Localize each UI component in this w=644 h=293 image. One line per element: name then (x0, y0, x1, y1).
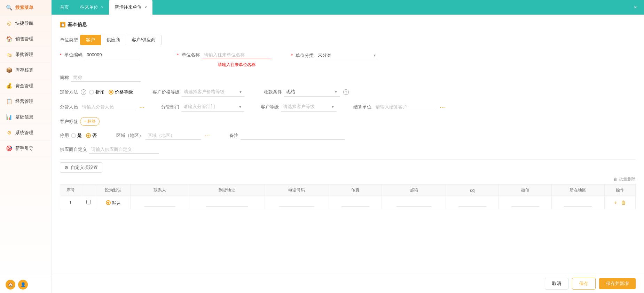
row-checkbox[interactable] (86, 200, 91, 204)
cell-email[interactable] (382, 196, 446, 209)
supplier-custom-label: 供应商自定义 (60, 146, 87, 153)
qq-input[interactable] (458, 198, 486, 207)
radio-disabled-yes[interactable]: 是 (71, 132, 82, 139)
settlement-unit-input[interactable] (374, 103, 436, 111)
sidebar-item-inventory[interactable]: 📦 库存核算 (0, 63, 51, 78)
supplier-custom-input[interactable] (89, 145, 159, 154)
row-add-button[interactable]: + (613, 199, 618, 206)
sidebar-item-quick-nav[interactable]: ◎ 快捷导航 (0, 16, 51, 31)
supervisor-row: 分管人员 ··· 分管部门 请输入分管部门 ▼ 客户等级 请选择客户等级 ▼ (60, 102, 636, 112)
disabled-radio-group: 是 否 (71, 132, 97, 139)
supervisor-more[interactable]: ··· (139, 104, 144, 110)
home-bottom-icon[interactable]: 🏠 (6, 280, 15, 290)
add-tag-button[interactable]: + 标签 (80, 117, 100, 126)
close-window-btn[interactable]: × (630, 4, 641, 10)
custom-settings-button[interactable]: ⚙ 自定义项设置 (60, 162, 102, 173)
section-title: 📋 基本信息 (60, 22, 636, 28)
separator-1 (60, 159, 636, 160)
payment-terms-select[interactable]: 现结 ▼ (284, 87, 340, 97)
base-info-icon: 📊 (6, 114, 13, 121)
user-bottom-icon[interactable]: 👤 (18, 280, 28, 290)
region-more[interactable]: ··· (205, 132, 210, 139)
unit-name-required: * (177, 52, 179, 58)
sidebar: 🔍 搜索菜单 ◎ 快捷导航 🏠 销售管理 🛍 采购管理 📦 库存核算 💰 资金管… (0, 0, 52, 293)
unit-btn-supplier[interactable]: 供应商 (101, 35, 126, 45)
add-tag-label: + 标签 (84, 119, 96, 124)
payment-terms-help[interactable]: ? (343, 89, 349, 95)
email-input[interactable] (396, 198, 431, 207)
table-region-input[interactable] (564, 198, 592, 207)
settlement-unit-field: 结算单位 ··· (353, 103, 445, 111)
main-container: 首页 往来单位 × 新增往来单位 × × 📋 基本信息 单位类型 客户 供应商 … (52, 0, 644, 293)
supplier-custom-row: 供应商自定义 (60, 145, 636, 154)
sidebar-item-search[interactable]: 🔍 搜索菜单 (0, 0, 51, 16)
radio-disabled-yes-circle (71, 133, 76, 138)
unit-code-input[interactable] (85, 51, 140, 59)
cell-phone[interactable] (265, 196, 329, 209)
default-radio[interactable]: 默认 (98, 200, 128, 206)
supervisor-field: 分管人员 ··· (60, 103, 144, 111)
region-label: 区域（地区） (116, 132, 143, 139)
customer-level-placeholder: 请选择客户等级 (283, 104, 329, 110)
pricing-radio-group: 折扣 价格等级 (89, 89, 133, 95)
unit-code-required: * (60, 52, 62, 58)
save-new-button[interactable]: 保存并新增 (599, 278, 636, 289)
sidebar-item-finance[interactable]: 💰 资金管理 (0, 78, 51, 94)
remark-input[interactable] (241, 131, 345, 140)
quick-nav-icon: ◎ (6, 20, 13, 27)
cell-region[interactable] (552, 196, 605, 209)
supervisor-input[interactable] (80, 103, 136, 111)
close-new-partner-tab[interactable]: × (144, 5, 147, 10)
cell-wechat[interactable] (499, 196, 552, 209)
col-email: 邮箱 (382, 185, 446, 196)
batch-delete-label[interactable]: 批量删除 (619, 176, 636, 182)
address-input[interactable] (206, 198, 248, 207)
sidebar-item-sales[interactable]: 🏠 销售管理 (0, 31, 51, 47)
fax-input[interactable] (341, 198, 369, 207)
cell-address[interactable] (189, 196, 265, 209)
close-partners-tab[interactable]: × (101, 5, 103, 10)
unit-category-select[interactable]: 未分类 ▼ (316, 51, 378, 60)
tab-partners[interactable]: 往来单位 × (74, 0, 109, 15)
unit-name-input[interactable] (202, 51, 272, 59)
unit-btn-customer[interactable]: 客户 (80, 35, 101, 45)
pricing-method-help[interactable]: ? (81, 89, 86, 95)
tab-new-partner[interactable]: 新增往来单位 × (109, 0, 152, 15)
cell-fax[interactable] (329, 196, 382, 209)
settlement-unit-label: 结算单位 (353, 104, 371, 110)
radio-disabled-no[interactable]: 否 (86, 132, 97, 139)
table-header-row: 序号 设为默认 联系人 到货地址 电话号码 传真 邮箱 qq 微信 所在地区 操… (60, 185, 636, 196)
customer-level-field: 客户等级 请选择客户等级 ▼ (261, 102, 337, 112)
customer-level-select[interactable]: 请选择客户等级 ▼ (281, 102, 337, 112)
save-button[interactable]: 保存 (572, 278, 596, 290)
default-radio-circle (106, 200, 111, 205)
disabled-field: 停用 是 否 (60, 132, 97, 139)
unit-btn-both[interactable]: 客户/供应商 (126, 35, 162, 45)
form-content: 📋 基本信息 单位类型 客户 供应商 客户/供应商 * 单位编码 (52, 15, 644, 274)
cell-checkbox[interactable] (81, 196, 96, 209)
radio-disabled-no-circle (86, 133, 91, 138)
sidebar-item-new-guide[interactable]: 🎯 新手引导 (0, 141, 51, 156)
unit-type-group: 客户 供应商 客户/供应商 (80, 35, 162, 45)
sidebar-item-system[interactable]: ⚙ 系统管理 (0, 125, 51, 141)
contact-input[interactable] (144, 198, 175, 207)
wechat-input[interactable] (511, 198, 539, 207)
sidebar-item-purchase[interactable]: 🛍 采购管理 (0, 47, 51, 63)
phone-input[interactable] (279, 198, 314, 207)
cancel-button[interactable]: 取消 (545, 278, 568, 290)
customer-price-level-select[interactable]: 请选择客户价格等级 ▼ (182, 87, 244, 97)
region-input[interactable] (146, 131, 201, 140)
radio-price-level[interactable]: 价格等级 (109, 89, 133, 95)
short-name-input[interactable] (71, 73, 141, 82)
tab-home[interactable]: 首页 (54, 0, 74, 15)
cell-contact[interactable] (131, 196, 189, 209)
department-select[interactable]: 请输入分管部门 ▼ (181, 102, 244, 112)
row-delete-button[interactable]: 🗑 (620, 199, 627, 206)
col-default: 设为默认 (96, 185, 131, 196)
radio-discount[interactable]: 折扣 (89, 89, 104, 95)
pricing-row: 定价方法 ? 折扣 价格等级 客户价格等级 请选择客户价格等级 (60, 87, 636, 97)
sidebar-item-operations[interactable]: 📋 经营管理 (0, 94, 51, 109)
cell-qq[interactable] (446, 196, 499, 209)
settlement-unit-more[interactable]: ··· (440, 104, 445, 110)
sidebar-item-base-info[interactable]: 📊 基础信息 (0, 109, 51, 125)
